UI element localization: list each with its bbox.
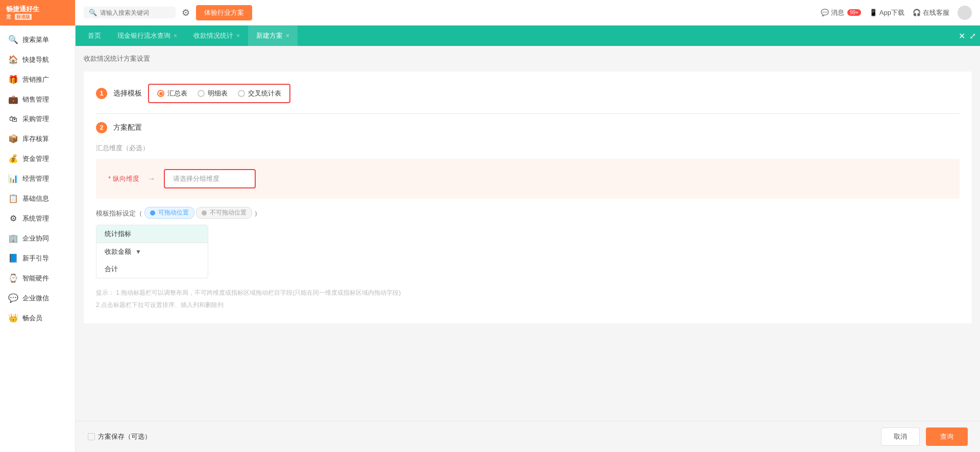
- radio-detail[interactable]: 明细表: [198, 89, 228, 98]
- notification-label: 消息: [831, 8, 844, 17]
- sidebar-item-basic-info[interactable]: 📋基础信息: [0, 188, 75, 208]
- operations-icon: 📊: [8, 174, 18, 183]
- step1-row: 1 选择模板 汇总表 明细表 交叉统计表: [96, 84, 960, 103]
- save-checkbox[interactable]: [88, 433, 95, 440]
- cancel-button[interactable]: 取消: [881, 427, 920, 446]
- movable-badge: 可拖动位置: [144, 207, 194, 219]
- metrics-row-0: 收款金额 ▼: [96, 243, 208, 260]
- tab-home[interactable]: 首页: [80, 26, 109, 46]
- metrics-row-1-label: 合计: [105, 265, 118, 274]
- step2-row: 2 方案配置: [96, 122, 960, 133]
- sidebar-item-wechat[interactable]: 💬企业微信: [0, 288, 75, 308]
- sidebar-item-quick-nav[interactable]: 🏠快捷导航: [0, 50, 75, 69]
- guide-icon: 📘: [8, 253, 18, 263]
- online-service-item[interactable]: 🎧 在线客服: [913, 8, 949, 17]
- app-icon: 📱: [869, 9, 877, 16]
- sidebar-item-label: 智能硬件: [22, 274, 49, 283]
- close-window-icon[interactable]: ✕: [959, 31, 965, 41]
- dimension-arrow: →: [148, 174, 156, 183]
- radio-cross[interactable]: 交叉统计表: [238, 89, 281, 98]
- sidebar-item-system[interactable]: ⚙系统管理: [0, 208, 75, 228]
- sidebar-item-sales[interactable]: 💼销售管理: [0, 89, 75, 109]
- dimension-section: 汇总维度（必选） * 纵向维度 → 请选择分组维度: [96, 144, 960, 199]
- system-icon: ⚙: [8, 213, 18, 223]
- fixed-dot: [202, 210, 207, 216]
- radio-summary[interactable]: 汇总表: [157, 89, 187, 98]
- trial-button[interactable]: 体验行业方案: [196, 5, 252, 20]
- sidebar-item-label: 采购管理: [22, 114, 49, 124]
- hint-2: 2.点击标题栏下拉可设置排序、插入列和删除列: [96, 299, 960, 311]
- page-title: 收款情况统计方案设置: [84, 54, 972, 63]
- sidebar-item-search-menu[interactable]: 🔍搜索菜单: [0, 30, 75, 50]
- sidebar-item-label: 资金管理: [22, 154, 49, 163]
- radio-detail-label: 明细表: [208, 89, 228, 98]
- sidebar-item-finance[interactable]: 💰资金管理: [0, 149, 75, 169]
- step1-label: 选择模板: [113, 89, 142, 98]
- bottom-bar: 方案保存（可选） 取消 查询: [76, 421, 980, 452]
- maximize-icon[interactable]: ⤢: [969, 31, 976, 41]
- app-download-item[interactable]: 📱 App下载: [869, 8, 904, 17]
- message-icon: 💬: [821, 9, 829, 16]
- wechat-icon: 💬: [8, 293, 18, 303]
- notification-item[interactable]: 💬 消息 99+: [821, 8, 861, 17]
- sidebar-item-label: 企业协同: [22, 234, 49, 243]
- save-option[interactable]: 方案保存（可选）: [88, 432, 151, 441]
- settings-icon[interactable]: ⚙: [182, 7, 190, 18]
- sidebar-item-guide[interactable]: 📘新手引导: [0, 248, 75, 268]
- member-icon: 👑: [8, 313, 18, 323]
- metrics-table-header: 统计指标: [96, 225, 208, 243]
- sidebar-item-purchase[interactable]: 🛍采购管理: [0, 109, 75, 129]
- metrics-header-text: 模板指标设定（ 可拖动位置 不可拖动位置 ）: [96, 207, 261, 219]
- radio-summary-dot: [157, 90, 164, 97]
- tabs-right-controls: ✕ ⤢: [959, 31, 976, 41]
- tab-collection-stats-close[interactable]: ×: [236, 32, 240, 39]
- movable-dot: [150, 210, 155, 216]
- content-area: 收款情况统计方案设置 1 选择模板 汇总表 明细表: [76, 46, 980, 421]
- radio-summary-label: 汇总表: [167, 89, 187, 98]
- sidebar-item-label: 系统管理: [22, 214, 49, 223]
- tab-collection-stats[interactable]: 收款情况统计 ×: [185, 26, 248, 46]
- metrics-row-1: 合计: [96, 260, 208, 278]
- notification-badge: 99+: [847, 9, 861, 16]
- tab-collection-stats-label: 收款情况统计: [193, 31, 233, 40]
- sidebar-item-marketing[interactable]: 🎁营销推广: [0, 69, 75, 89]
- tab-bank-flow-close[interactable]: ×: [174, 32, 177, 39]
- sidebar-item-label: 新手引导: [22, 254, 49, 263]
- tab-new-plan[interactable]: 新建方案 ×: [248, 26, 298, 46]
- sidebar-item-smart-hw[interactable]: ⌚智能硬件: [0, 268, 75, 288]
- dimension-title: 汇总维度（必选）: [96, 144, 960, 153]
- sidebar-item-label: 销售管理: [22, 95, 49, 104]
- tab-bank-flow[interactable]: 现金银行流水查询 ×: [109, 26, 185, 46]
- sidebar-item-enterprise[interactable]: 🏢企业协同: [0, 228, 75, 248]
- logo-sub: 意 标准版: [6, 13, 39, 20]
- sidebar-item-label: 基础信息: [22, 194, 49, 203]
- radio-cross-dot: [238, 90, 245, 97]
- topbar-search-box[interactable]: 🔍: [84, 7, 176, 18]
- sidebar-item-inventory[interactable]: 📦库存核算: [0, 129, 75, 149]
- user-avatar[interactable]: [958, 6, 972, 20]
- topbar: 🔍 ⚙ 体验行业方案 💬 消息 99+ 📱 App下载 🎧 在线客服: [76, 0, 980, 26]
- bottom-actions: 取消 查询: [881, 427, 968, 446]
- sidebar-logo: 畅捷通好生 意 标准版: [0, 0, 75, 26]
- topbar-right: 💬 消息 99+ 📱 App下载 🎧 在线客服: [821, 6, 972, 20]
- query-button[interactable]: 查询: [926, 427, 968, 446]
- logo-text: 畅捷通好生: [6, 5, 39, 13]
- metrics-row-0-dropdown[interactable]: ▼: [135, 248, 141, 255]
- sidebar-item-label: 库存核算: [22, 134, 49, 144]
- sidebar-item-member[interactable]: 👑畅会员: [0, 308, 75, 328]
- search-input[interactable]: [100, 9, 161, 16]
- sidebar-badge: 标准版: [15, 14, 32, 20]
- template-options: 汇总表 明细表 交叉统计表: [148, 84, 290, 103]
- metrics-section: 模板指标设定（ 可拖动位置 不可拖动位置 ） 统计指标: [96, 207, 960, 311]
- radio-detail-dot: [198, 90, 205, 97]
- tab-bank-flow-label: 现金银行流水查询: [117, 31, 170, 40]
- tab-new-plan-close[interactable]: ×: [286, 32, 289, 39]
- enterprise-icon: 🏢: [8, 233, 18, 243]
- fixed-badge: 不可拖动位置: [196, 207, 252, 219]
- tabs-bar: 首页 现金银行流水查询 × 收款情况统计 × 新建方案 × ✕ ⤢: [76, 26, 980, 46]
- hints-section: 提示： 1.拖动标题栏可以调整布局，不可跨维度或指标区域拖动栏目字段(只能在同一…: [96, 287, 960, 311]
- sidebar: 畅捷通好生 意 标准版 🔍搜索菜单🏠快捷导航🎁营销推广💼销售管理🛍采购管理📦库存…: [0, 0, 76, 452]
- radio-cross-label: 交叉统计表: [248, 89, 281, 98]
- sidebar-item-operations[interactable]: 📊经营管理: [0, 169, 75, 188]
- dimension-select[interactable]: 请选择分组维度: [164, 169, 256, 188]
